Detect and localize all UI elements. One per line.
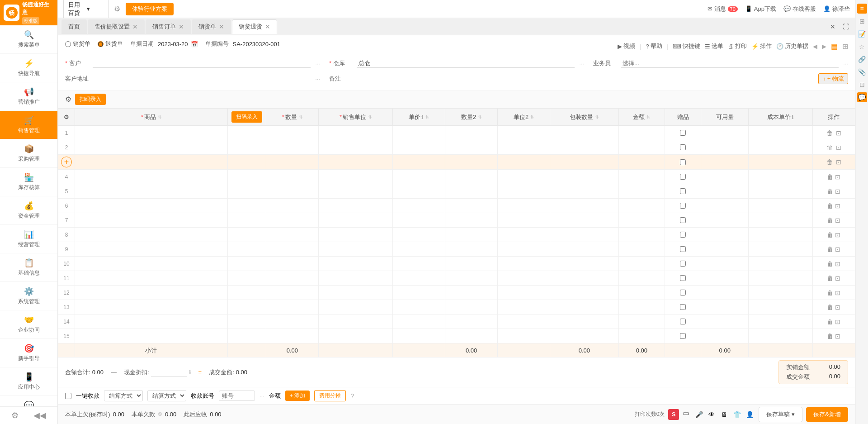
- qty2-cell[interactable]: [445, 155, 497, 170]
- unit-cell[interactable]: [318, 126, 392, 140]
- chevron-down-small-icon[interactable]: ▾: [792, 411, 795, 418]
- unit2-cell[interactable]: [498, 155, 550, 170]
- rt-grid-view-btn[interactable]: ⊞: [857, 16, 867, 26]
- rt-star-btn[interactable]: ☆: [857, 42, 867, 52]
- rt-list-view-btn[interactable]: ≡: [857, 4, 867, 14]
- wuliu-btn[interactable]: + + 物流: [818, 73, 848, 84]
- gift-checkbox[interactable]: [680, 188, 686, 194]
- gift-checkbox[interactable]: [680, 144, 686, 150]
- shortcut-btn[interactable]: ⌨ 快捷键: [673, 42, 700, 50]
- save-new-btn[interactable]: 保存&新增: [806, 407, 848, 422]
- address-input[interactable]: [93, 74, 311, 83]
- available-cell[interactable]: [701, 126, 749, 140]
- topbar-gear-icon[interactable]: ⚙: [112, 3, 122, 15]
- sidebar-item-marketing[interactable]: 📢 营销推广: [0, 82, 57, 111]
- copy-row-btn[interactable]: ⊡: [834, 172, 841, 181]
- col-settings[interactable]: ⚙: [58, 109, 75, 126]
- copy-row-btn[interactable]: ⊡: [834, 303, 841, 312]
- one-click-checkbox[interactable]: [65, 393, 71, 399]
- pkg-qty-sort-icon[interactable]: ⇅: [595, 114, 599, 119]
- view-list-icon[interactable]: ▤: [831, 42, 838, 51]
- delete-row-btn[interactable]: 🗑: [826, 216, 834, 225]
- qty2-cell[interactable]: [445, 126, 497, 140]
- gift-checkbox[interactable]: [680, 275, 686, 281]
- copy-row-btn[interactable]: ⊡: [835, 157, 842, 167]
- gift-checkbox[interactable]: [680, 203, 686, 209]
- staff-input[interactable]: [621, 59, 839, 68]
- rt-clip-btn[interactable]: 📎: [857, 67, 867, 77]
- video-btn[interactable]: ▶ 视频: [618, 42, 635, 50]
- delete-row-btn[interactable]: 🗑: [826, 317, 834, 326]
- sidebar-item-finance[interactable]: 💰 资金管理: [0, 196, 57, 225]
- radio-return-input[interactable]: [98, 41, 104, 47]
- tab-maximize-btn[interactable]: ⛶: [840, 21, 852, 32]
- add-payment-btn[interactable]: + 添加: [285, 391, 310, 401]
- sidebar-collapse-btn[interactable]: ◀◀: [33, 410, 46, 420]
- sidebar-item-search[interactable]: 🔍 搜索菜单: [0, 25, 57, 54]
- history-btn[interactable]: 🕐 历史单据: [776, 42, 808, 50]
- nav-prev-btn[interactable]: ◀: [813, 43, 817, 50]
- gift-cell[interactable]: [665, 126, 701, 140]
- tab-sales-order[interactable]: 销售订单 ✕: [146, 19, 191, 34]
- view-grid-icon[interactable]: ⊞: [842, 42, 848, 51]
- tab-sales-delivery[interactable]: 销货单 ✕: [192, 19, 231, 34]
- sidebar-settings-btn[interactable]: ⚙: [11, 410, 19, 420]
- address-picker-btn[interactable]: ···: [315, 76, 320, 82]
- copy-row-btn[interactable]: ⊡: [834, 332, 841, 341]
- gift-cell[interactable]: [665, 140, 701, 155]
- tab-sales-delivery-close[interactable]: ✕: [219, 23, 224, 30]
- unit2-cell[interactable]: [498, 126, 550, 140]
- payment-help-icon[interactable]: ?: [350, 392, 354, 400]
- copy-row-btn[interactable]: ⊡: [834, 187, 841, 196]
- price-cell[interactable]: [393, 140, 445, 155]
- delete-row-btn[interactable]: 🗑: [826, 187, 834, 196]
- taskbar-icon-eye[interactable]: 👁: [706, 409, 717, 420]
- delete-row-btn[interactable]: 🗑: [826, 201, 834, 210]
- tab-price-setting[interactable]: 售价提取设置 ✕: [88, 19, 145, 34]
- price-cell[interactable]: [393, 126, 445, 140]
- delete-row-btn[interactable]: 🗑: [826, 259, 834, 268]
- settlement-select[interactable]: 结算方式: [104, 390, 143, 401]
- gift-checkbox[interactable]: [680, 232, 686, 238]
- qty2-cell[interactable]: [445, 140, 497, 155]
- product-input[interactable]: [78, 159, 225, 166]
- delete-row-btn[interactable]: 🗑: [826, 288, 834, 297]
- unit-cell[interactable]: [318, 140, 392, 155]
- copy-row-btn[interactable]: ⊡: [834, 288, 841, 297]
- available-cell[interactable]: [701, 140, 749, 155]
- gift-checkbox[interactable]: [680, 304, 686, 310]
- calc-select[interactable]: 结算方式: [147, 390, 186, 401]
- industry-select[interactable]: 日用百货 ▾: [63, 0, 108, 19]
- gift-checkbox[interactable]: [680, 290, 686, 295]
- taskbar-icon-s[interactable]: S: [668, 409, 679, 420]
- tab-home[interactable]: 首页: [61, 19, 87, 34]
- add-row-btn[interactable]: +: [61, 157, 72, 167]
- gift-checkbox[interactable]: [680, 174, 686, 180]
- split-btn[interactable]: 费用分摊: [314, 390, 346, 401]
- copy-row-btn[interactable]: ⊡: [834, 201, 841, 210]
- amount-cell[interactable]: [618, 140, 665, 155]
- delete-row-btn[interactable]: 🗑: [826, 143, 834, 152]
- gift-checkbox[interactable]: [680, 319, 686, 324]
- copy-row-btn[interactable]: ⊡: [835, 129, 842, 138]
- sidebar-item-shortcut[interactable]: ⚡ 快捷导航: [0, 54, 57, 82]
- col-scan-btn[interactable]: 扫码录入: [231, 111, 262, 123]
- sidebar-item-purchase[interactable]: 📦 采购管理: [0, 139, 57, 168]
- copy-row-btn[interactable]: ⊡: [835, 143, 842, 152]
- rt-active-btn[interactable]: 💬: [857, 92, 867, 102]
- taskbar-icon-shirt[interactable]: 👕: [731, 409, 742, 420]
- tab-close-all-btn[interactable]: ✕: [827, 21, 838, 32]
- gift-cell[interactable]: [665, 155, 701, 170]
- delete-row-btn[interactable]: 🗑: [826, 245, 834, 254]
- product-sort-icon[interactable]: ⇅: [158, 114, 161, 119]
- price-cell[interactable]: [393, 155, 445, 170]
- tab-sales-order-close[interactable]: ✕: [179, 23, 184, 30]
- radio-sales-input[interactable]: [65, 41, 71, 47]
- delete-row-btn[interactable]: 🗑: [826, 129, 834, 138]
- help-btn[interactable]: ? 帮助: [646, 42, 662, 50]
- delete-row-btn[interactable]: 🗑: [826, 230, 834, 239]
- sidebar-item-basic[interactable]: 📋 基础信息: [0, 253, 57, 282]
- taskbar-icon-zh[interactable]: 中: [681, 409, 692, 420]
- cost-price-cell[interactable]: [749, 126, 813, 140]
- unit2-sort-icon[interactable]: ⇅: [530, 114, 534, 119]
